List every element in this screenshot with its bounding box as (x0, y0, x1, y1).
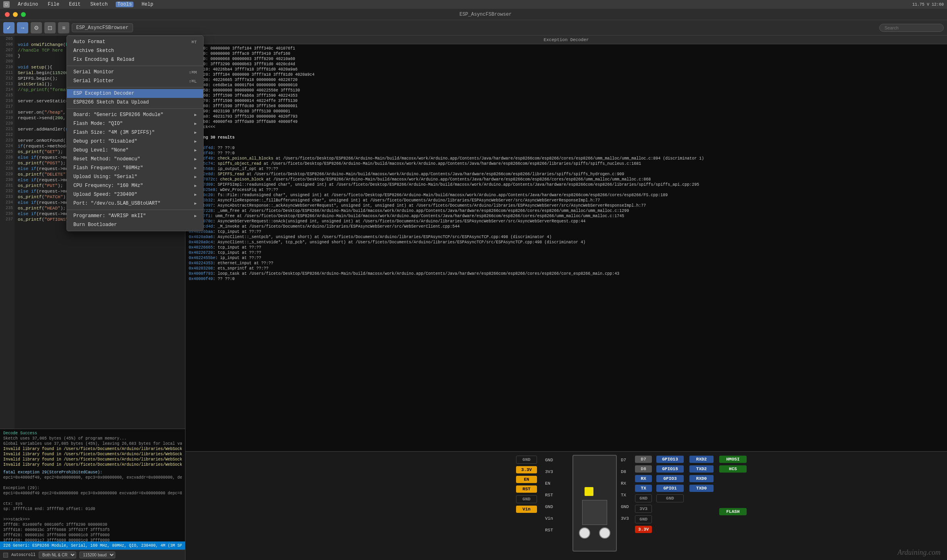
menu-flash-mode[interactable]: Flash Mode: "QIO" (67, 119, 203, 128)
exc-hex-line: 40000040: ce6dbe1a 00001f04 00000000 000… (189, 83, 944, 88)
menu-board[interactable]: Board: "Generic ESP8266 Module" (67, 110, 203, 119)
decoded-line: 0x4000f793: loop_task at /Users/ficeto/D… (189, 271, 944, 276)
menu-file[interactable]: File (46, 2, 61, 7)
decoded-line: 0x40225568: ip_output_if_opt at ??:?? (189, 166, 944, 172)
search-input[interactable] (879, 24, 944, 32)
menu-item-label: Port: "/dev/cu.SLAB_USBtoUART" (73, 201, 160, 206)
reset-button[interactable] (579, 527, 590, 539)
pin-gpio1: GPIO1 (656, 485, 684, 492)
menu-cpu-freq[interactable]: CPU Frequency: "160 MHz" (67, 181, 203, 190)
pin-d7: D7 (635, 456, 652, 463)
exc-hex-line: 40000070: 3fff1590 00000014 40224ffe 3ff… (189, 98, 944, 104)
menu-tools[interactable]: Tools (116, 2, 133, 7)
menu-flash-size[interactable]: Flash Size: "4M (3M SPIFFS)" (67, 128, 203, 137)
menu-debug-level[interactable]: Debug Level: "None" (67, 146, 203, 155)
output-line: Sketch uses 37,005 bytes (45%) of progra… (3, 436, 182, 441)
exc-hex-line: 400000a0: 40231793 3fff5130 00000000 402… (189, 114, 944, 119)
menu-help[interactable]: Help (140, 2, 155, 7)
verify-button[interactable]: ✓ (3, 22, 15, 33)
pin-gpio3: GPIO3 (656, 475, 684, 482)
menu-item-label: CPU Frequency: "160 MHz" (73, 183, 143, 189)
boards-button[interactable]: ≡ (58, 22, 69, 33)
menu-section-5: Programmer: "AVRISP mkII" Burn Bootloade… (67, 209, 203, 231)
flash-button[interactable] (599, 527, 610, 539)
output-line: Invalid library found in /Users/ficeto/D… (3, 452, 182, 457)
exc-hex-line: 400000b0: 40000f49 3fffda80 3fffda80 400… (189, 119, 944, 124)
pin-gnd-1: GND (516, 456, 537, 464)
hex-output-line: 3fffd38: 000001c7 3fff6080 000001c0 3fff… (3, 538, 182, 541)
menu-item-shortcut: ⇧⌘M (189, 70, 197, 75)
output-line: Invalid library found in /Users/ficeto/D… (3, 457, 182, 462)
pin-txd2: TXD2 (689, 465, 714, 473)
menu-archive-sketch[interactable]: Archive Sketch (67, 46, 203, 55)
menu-esp8266-sketch-data[interactable]: ESP8266 Sketch Data Upload (67, 98, 203, 107)
menu-item-label: Debug port: "Disabled" (73, 139, 137, 144)
output-line: Global variables use 37,085 bytes (45%),… (3, 441, 182, 446)
menu-flash-freq[interactable]: Flash Frequency: "80MHz" (67, 164, 203, 172)
exc-hex-line: 40000090: 4023190 3ffdc80 3fff5130 00000… (189, 109, 944, 114)
decoded-line: 0x40102e8d: SPIFFS_read at /Users/ficeto… (189, 172, 944, 177)
hex-output-line: epc1=0x4000df49 epc2=0x00000000 epc3=0x0… (3, 491, 182, 496)
menu-port[interactable]: Port: "/dev/cu.SLAB_USBtoUART" (67, 199, 203, 208)
right-label: GND (621, 502, 629, 512)
decoded-line: 0x40205c74: spiffs_object_read at /Users… (189, 161, 944, 166)
pin-rst: RST (516, 485, 537, 493)
center-label: RST (545, 526, 553, 535)
serial-monitor-button[interactable]: ⊡ (44, 22, 56, 33)
status-text: 226 Generi: ESP8266 Module, Serial, 160 … (3, 543, 182, 548)
menu-upload-speed[interactable]: Upload Speed: "230400" (67, 190, 203, 199)
exc-hex-line: 40000080: 3fff1590 3fffdc80 3fff15e8 000… (189, 104, 944, 109)
menu-item-label: Board: "Generic ESP8266 Module" (73, 112, 163, 118)
decoded-line: 0x40203208: ets_snprintf at ??:?? (189, 266, 944, 271)
upload-button[interactable]: → (17, 22, 28, 33)
menu-serial-monitor[interactable]: Serial Monitor ⇧⌘M (67, 68, 203, 77)
decoded-line: 0x40203b32: AsyncFileResponse::_fillBuff… (189, 198, 944, 203)
pin-gnd-3: GND (635, 515, 652, 523)
menu-upload-using[interactable]: Upload Using: "Serial" (67, 172, 203, 181)
menu-serial-plotter[interactable]: Serial Plotter ⇧⌘L (67, 77, 203, 85)
menu-burn-bootloader[interactable]: Burn Bootloader (67, 220, 203, 229)
exception-scroll-area[interactable]: 3ffffe0: 00000000 3ffef184 3fff340c 4010… (185, 44, 947, 442)
line-ending-select[interactable]: Both NL & CR (39, 552, 76, 558)
exc-stack-marker: <<<stack<<< (189, 124, 944, 130)
status-bar: 226 Generi: ESP8266 Module, Serial, 160 … (0, 541, 185, 550)
menu-fix-encoding[interactable]: Fix Encoding & Reload (67, 55, 203, 64)
menu-esp-exception-decoder[interactable]: ESP Exception Decoder (67, 89, 203, 98)
autoscroll-checkbox[interactable] (3, 553, 8, 558)
decoded-line: 0x4021070c: AsyncWebServerRequest::onAck… (189, 219, 944, 224)
right-label: 3V3 (621, 514, 629, 523)
menu-reset-method[interactable]: Reset Method: "nodemcu" (67, 155, 203, 164)
title-bar: ESP_AsyncFSBrowser (0, 9, 947, 20)
maximize-button[interactable] (21, 12, 26, 17)
menu-arduino[interactable]: Arduino (16, 2, 40, 7)
debug-button[interactable]: ⚙ (31, 22, 42, 33)
special-right-column: HMOSI HCS (719, 456, 747, 473)
center-label: GND (545, 502, 553, 512)
menu-edit[interactable]: Edit (67, 2, 82, 7)
pin-hmosi: HMOSI (719, 456, 747, 463)
menu-section-1: Auto Format ⌘T Archive Sketch Fix Encodi… (67, 36, 203, 66)
close-button[interactable] (5, 12, 10, 17)
menu-auto-format[interactable]: Auto Format ⌘T (67, 37, 203, 46)
menu-sketch[interactable]: Sketch (89, 2, 109, 7)
menu-debug-port[interactable]: Debug port: "Disabled" (67, 137, 203, 146)
pin-gpio13: GPIO13 (656, 456, 684, 463)
pin-gnd-2: GND (516, 495, 537, 503)
decoded-line: 0x40224353: ethernet_input at ??:?? (189, 261, 944, 266)
autoscroll-label: Autoscroll (11, 553, 35, 557)
baud-rate-select[interactable]: 115200 baud (79, 552, 115, 558)
exc-hex-line: 40000030: 40226665 3fff7a18 00000000 402… (189, 77, 944, 83)
right-label: TX (621, 491, 629, 500)
center-label: EN (545, 479, 553, 488)
chip-indicator (585, 487, 593, 496)
exception-decoder-title: Exception Decoder (543, 37, 589, 42)
right-text-labels: D7 D8 RX TX GND 3V3 (621, 456, 629, 523)
menu-programmer[interactable]: Programmer: "AVRISP mkII" (67, 212, 203, 220)
decoded-line: 0x40210c20: fs::File::readunsigned char*… (189, 193, 944, 198)
menu-item-label: Flash Size: "4M (3M SPIFFS)" (73, 130, 155, 135)
decode-header: Decoding 30 results (189, 135, 944, 140)
minimize-button[interactable] (13, 12, 18, 17)
chip-ic (582, 500, 607, 525)
decoded-line: 0x4022455be: ip_input at ??:?? (189, 255, 944, 261)
pin-d8: D8 (635, 465, 652, 473)
